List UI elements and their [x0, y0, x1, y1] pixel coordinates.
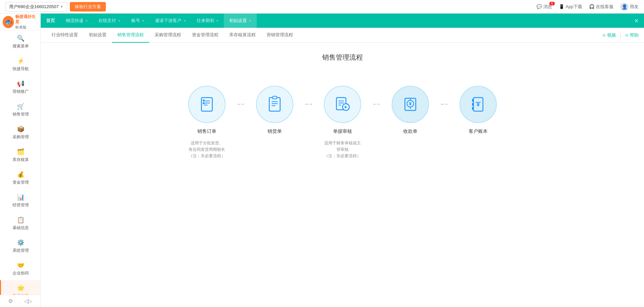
sidebar-label-search: 搜索菜单: [13, 43, 29, 49]
username-label: 用友: [630, 4, 639, 10]
finance-icon: 💰: [17, 171, 24, 178]
user-avatar-item[interactable]: 👤 用友: [620, 3, 639, 11]
tab-home[interactable]: 首页: [41, 14, 60, 28]
tab-account[interactable]: 账号 ×: [126, 14, 150, 28]
flow-diagram: 销售订单 适用于分批发货、有合同发货周期较长（注：非必要流程） - - →: [47, 79, 637, 166]
flow-circle-invoice[interactable]: [256, 86, 293, 123]
sidebar-bottom: ⚙ ◁▷: [0, 295, 40, 307]
sub-tabs: 行业特性设置 初始设置 销售管理流程 采购管理流程 资金管理流程 库存核算流程 …: [41, 28, 644, 43]
flow-label-receipt: 收款单: [403, 128, 417, 135]
app-download-label: App下载: [566, 4, 582, 10]
sidebar-label-marketing: 营销推广: [13, 89, 29, 95]
phone-icon: 📱: [559, 4, 564, 9]
sidebar-item-search[interactable]: 🔍 搜索菜单: [0, 30, 40, 53]
tab-period[interactable]: 往来期初 ×: [191, 14, 224, 28]
sidebar-item-marketing[interactable]: 📢 营销推广: [0, 76, 40, 99]
flow-circle-audit[interactable]: [324, 86, 361, 123]
subtab-industry[interactable]: 行业特性设置: [46, 28, 83, 43]
subtab-sales-flow[interactable]: 销售管理流程: [112, 28, 149, 43]
tab-payment-close[interactable]: ×: [118, 19, 120, 23]
tab-initial-setup[interactable]: 初始设置 ×: [224, 14, 256, 28]
tab-initial-setup-close[interactable]: ×: [249, 19, 251, 23]
flow-step-ledger: ¥ 客户账本: [448, 86, 509, 140]
user-selector[interactable]: 用户690企业1660120507 ▼: [5, 2, 67, 12]
sidebar-label-sales: 销售管理: [13, 111, 29, 117]
sidebar-item-quick[interactable]: ⚡ 快捷导航: [0, 53, 40, 76]
app-download-item[interactable]: 📱 App下载: [559, 4, 582, 10]
global-close-icon[interactable]: ✕: [629, 18, 644, 24]
sidebar-logo: 🐟 畅捷通好生意 标准版: [0, 14, 40, 30]
flow-arrow-3: - - →: [373, 86, 380, 108]
subtab-inventory-flow[interactable]: 库存核算流程: [224, 28, 261, 43]
tab-logistics[interactable]: 物流快递 ×: [60, 14, 93, 28]
sidebar-label-purchase: 采购管理: [13, 134, 29, 140]
sidebar: 🐟 畅捷通好生意 标准版 🔍 搜索菜单 ⚡ 快捷导航 📢 营销推广 🛒 销售管理: [0, 14, 41, 307]
flow-step-invoice: 销货单: [244, 86, 305, 140]
brand-sub: 标准版: [15, 25, 38, 29]
flow-circle-receipt[interactable]: ¥: [392, 86, 429, 123]
sidebar-item-finance[interactable]: 💰 资金管理: [0, 167, 40, 189]
chevron-down-icon: ▼: [60, 5, 63, 8]
help-link[interactable]: ⊙ 帮助: [625, 32, 639, 38]
svg-rect-25: [472, 103, 473, 106]
subtab-inventory-flow-label: 库存核算流程: [229, 32, 256, 38]
flow-label-ledger: 客户账本: [469, 128, 488, 135]
settings-icon[interactable]: ⚙: [8, 298, 13, 304]
subtab-finance-flow[interactable]: 资金管理流程: [187, 28, 224, 43]
sidebar-nav: ⚡ 快捷导航 📢 营销推广 🛒 销售管理 📦 采购管理 🗂️ 库存核算 💰: [0, 53, 40, 295]
page-content: 销售管理流程 销售订单: [41, 43, 644, 307]
user-label: 用户690企业1660120507: [9, 4, 59, 10]
sidebar-label-enterprise-collab: 企业协同: [13, 270, 29, 276]
message-icon: 💬: [536, 4, 542, 9]
flow-label-audit: 单据审核: [333, 128, 352, 135]
brand-name: 畅捷通好生意: [15, 14, 38, 25]
svg-rect-24: [472, 99, 473, 102]
flow-desc-sales-order: 适用于分批发货、有合同发货周期较长（注：非必要流程）: [189, 140, 225, 160]
svg-rect-4: [203, 100, 204, 101]
sidebar-item-sales[interactable]: 🛒 销售管理: [0, 99, 40, 121]
tab-account-close[interactable]: ×: [142, 19, 144, 23]
sidebar-item-basic-info[interactable]: 📋 基础信息: [0, 212, 40, 235]
sidebar-item-operations[interactable]: 📊 经营管理: [0, 189, 40, 212]
flow-desc-audit: 适用于财务审核或主管审核（注：非必要流程）: [324, 140, 361, 160]
sidebar-label-operations: 经营管理: [13, 202, 29, 208]
tab-payment[interactable]: 在线支付 ×: [93, 14, 125, 28]
sidebar-item-system[interactable]: ⚙️ 系统管理: [0, 235, 40, 258]
subtab-purchase-flow[interactable]: 采购管理流程: [149, 28, 187, 43]
subtab-initial[interactable]: 初始设置: [83, 28, 112, 43]
tab-invite-close[interactable]: ×: [183, 19, 186, 23]
top-bar-right: 💬 消息 6 📱 App下载 🎧 在线客服 👤 用友: [536, 3, 639, 11]
tab-initial-setup-label: 初始设置: [229, 18, 247, 24]
tab-payment-label: 在线支付: [98, 18, 116, 24]
online-service-item[interactable]: 🎧 在线客服: [589, 4, 613, 10]
collapse-icon[interactable]: ◁▷: [24, 298, 32, 304]
tab-home-label: 首页: [46, 18, 55, 24]
sidebar-item-new-guide[interactable]: 🌟 新手引导: [0, 280, 40, 295]
main-layout: 🐟 畅捷通好生意 标准版 🔍 搜索菜单 ⚡ 快捷导航 📢 营销推广 🛒 销售管理: [0, 14, 644, 307]
video-link[interactable]: ⊙ 视频: [602, 32, 616, 38]
sidebar-label-basic-info: 基础信息: [13, 225, 29, 231]
flow-arrow-1: - - →: [237, 86, 244, 108]
message-icon-item[interactable]: 💬 消息 6: [536, 4, 552, 10]
top-bar-left: 用户690企业1660120507 ▼ 体验行业方案: [5, 2, 106, 12]
operations-icon: 📊: [17, 193, 24, 201]
new-guide-icon: 🌟: [17, 284, 24, 292]
tab-account-label: 账号: [131, 18, 140, 24]
flow-circle-ledger[interactable]: ¥: [460, 86, 497, 123]
flow-circle-sales-order[interactable]: [188, 86, 226, 123]
subtab-finance-flow-label: 资金管理流程: [192, 32, 218, 38]
svg-rect-26: [472, 107, 473, 110]
quick-icon: ⚡: [17, 57, 24, 65]
tab-period-label: 往来期初: [197, 18, 214, 24]
tab-period-close[interactable]: ×: [216, 19, 218, 23]
subtab-initial-label: 初始设置: [89, 32, 106, 38]
tab-logistics-close[interactable]: ×: [85, 19, 87, 23]
tab-invite[interactable]: 邀请下游客户 ×: [150, 14, 191, 28]
sidebar-item-purchase[interactable]: 📦 采购管理: [0, 121, 40, 144]
top-bar: 用户690企业1660120507 ▼ 体验行业方案 💬 消息 6 📱 App下…: [0, 0, 644, 14]
subtab-marketing-flow[interactable]: 营销管理流程: [261, 28, 298, 43]
sidebar-item-enterprise-collab[interactable]: 🤝 企业协同: [0, 258, 40, 280]
sidebar-item-inventory[interactable]: 🗂️ 库存核算: [0, 144, 40, 167]
trial-button[interactable]: 体验行业方案: [70, 2, 106, 12]
flow-label-invoice: 销货单: [268, 128, 282, 135]
